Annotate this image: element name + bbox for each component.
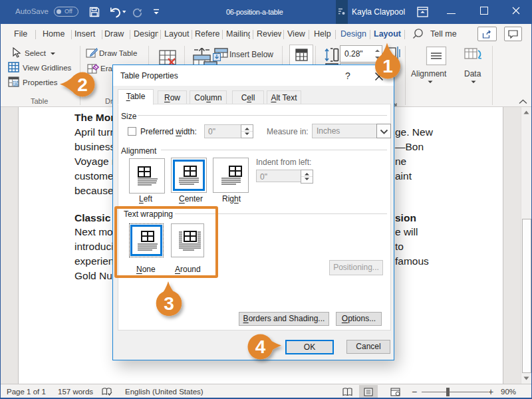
svg-text:4: 4	[255, 336, 266, 357]
svg-text:1: 1	[382, 56, 393, 76]
svg-text:3: 3	[164, 293, 174, 314]
svg-text:2: 2	[77, 74, 88, 95]
